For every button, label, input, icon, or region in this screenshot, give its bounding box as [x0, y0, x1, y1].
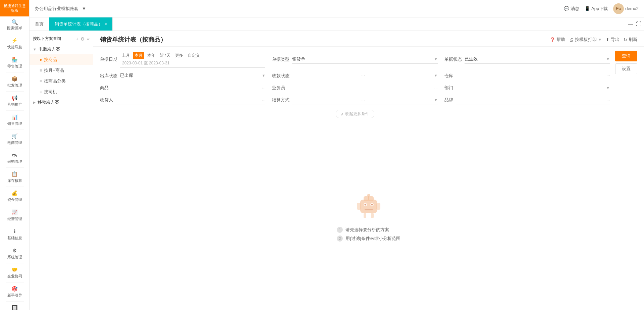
svg-rect-10 [376, 203, 380, 210]
sidebar-item-9[interactable]: 📈经营管理 [6, 206, 24, 225]
empty-icon [352, 188, 385, 221]
sidebar-item-7[interactable]: 📋库存核算 [6, 168, 24, 187]
print-btn[interactable]: 🖨 按模板打印 ▼ [569, 37, 602, 43]
recvstatus-arrow: ▼ [434, 73, 438, 78]
nav-icon: 📊 [11, 114, 18, 120]
tab-close-btn[interactable]: × [105, 22, 107, 27]
workspace-dropdown[interactable]: ▼ [82, 6, 86, 11]
header-right: 💬 消息 📱 App下载 Ea demo2 [564, 3, 639, 14]
sidebar-item-4[interactable]: 📊销售管理 [6, 111, 24, 130]
filter-dept-item: 部门 ▼ [444, 84, 610, 92]
page-title-bar: 销货单统计表（按商品） ❓ 帮助 🖨 按模板打印 ▼ ⬆ 导出 [93, 31, 644, 47]
export-icon: ⬆ [606, 37, 609, 42]
scheme-item-driver[interactable]: ≡ 按司机 [30, 87, 93, 97]
docstatus-value: 已生效 [465, 56, 478, 62]
scheme-label-goods: 按商品 [44, 57, 57, 63]
sidebar-item-6[interactable]: 🛍采购管理 [6, 149, 24, 168]
app-download-btn[interactable]: 📱 App下载 [585, 6, 608, 12]
sidebar-item-14[interactable]: 🔲应用中心 [6, 302, 24, 310]
salesperson-input[interactable]: ··· [288, 84, 437, 92]
payment-input[interactable]: ··· ▼ [292, 96, 437, 104]
filter-and-query: 单据日期 上月 本月 本年 近7天 更多 自定义 20 [93, 47, 644, 119]
tab-minimize-btn[interactable]: — [628, 21, 633, 27]
download-icon: 📱 [585, 6, 590, 11]
filter-warehouse-item: 仓库 ··· [444, 71, 610, 80]
scheme-item-month-goods[interactable]: ≡ 按月+商品 [30, 65, 93, 76]
sidebar-item-12[interactable]: 🤝企业协同 [6, 263, 24, 282]
scheme-item-category[interactable]: ≡ 按商品分类 [30, 76, 93, 87]
refresh-icon: ↻ [624, 37, 627, 42]
left-panel: 按以下方案查询 + ⚙ « ▼ 电脑端方案 ● 按商品 [30, 31, 93, 310]
right-panel: 销货单统计表（按商品） ❓ 帮助 🖨 按模板打印 ▼ ⬆ 导出 [93, 31, 644, 310]
date-tab-7days[interactable]: 近7天 [158, 52, 172, 59]
filter-docstatus-item: 单据状态 已生效 ▼ [444, 51, 610, 68]
svg-rect-6 [365, 209, 373, 210]
brand-input[interactable]: ··· [456, 96, 610, 104]
export-btn[interactable]: ⬆ 导出 [606, 37, 620, 43]
scheme-group-header-mobile[interactable]: ▶ 移动端方案 [30, 97, 93, 107]
query-btn[interactable]: 查询 [615, 51, 637, 61]
refresh-btn[interactable]: ↻ 刷新 [624, 37, 637, 43]
scheme-icon-goods: ● [40, 57, 42, 62]
sidebar-item-5[interactable]: 🛒电商管理 [6, 130, 24, 149]
tab-maximize-btn[interactable]: ⛶ [636, 21, 641, 27]
logo-text: 畅捷通好生意 标版 [4, 3, 26, 13]
panel-add-icon[interactable]: + [76, 36, 78, 42]
scheme-group-desktop: ▼ 电脑端方案 ● 按商品 ≡ 按月+商品 ≡ 按商品分类 [30, 44, 93, 97]
user-btn[interactable]: Ea demo2 [613, 3, 639, 14]
doctype-input[interactable]: 销货单 ▼ [292, 55, 437, 64]
filter-form: 单据日期 上月 本月 本年 近7天 更多 自定义 20 [100, 51, 610, 119]
settings-btn[interactable]: 设置 [615, 63, 637, 74]
sidebar-item-2[interactable]: 📦批发管理 [6, 72, 24, 92]
logo-area: 畅捷通好生意 标版 [0, 0, 29, 16]
scheme-label-driver: 按司机 [44, 89, 57, 95]
sidebar-item-10[interactable]: ℹ基础信息 [6, 225, 24, 244]
consignee-input[interactable]: ··· [116, 96, 265, 104]
nav-icon: 🏪 [11, 57, 18, 63]
nav-icon: 🛍 [12, 152, 17, 158]
date-tab-this-year[interactable]: 本年 [146, 52, 157, 59]
scheme-group-mobile: ▶ 移动端方案 [30, 97, 93, 107]
tip-text-2: 用[过滤]条件来缩小分析范围 [345, 236, 400, 242]
recvstatus-input[interactable]: ··· ▼ [292, 71, 437, 80]
panel-collapse-icon[interactable]: « [87, 36, 90, 42]
sidebar-item-8[interactable]: 💰资金管理 [6, 187, 24, 206]
tab-active[interactable]: 销货单统计表（按商品） × [49, 17, 113, 31]
collapse-btn[interactable]: ∧ 收起更多条件 [336, 110, 374, 118]
help-btn[interactable]: ❓ 帮助 [550, 37, 565, 43]
date-tab-custom[interactable]: 自定义 [186, 52, 202, 59]
sidebar-item-11[interactable]: ⚙系统管理 [6, 244, 24, 263]
date-tab-last-month[interactable]: 上月 [120, 52, 131, 59]
sidebar-item-3[interactable]: 📢营销推广 [6, 92, 24, 111]
sidebar-item-13[interactable]: 🎯新手引导 [6, 282, 24, 302]
scheme-group-header-desktop[interactable]: ▼ 电脑端方案 [30, 44, 93, 54]
dept-label: 部门 [444, 85, 456, 91]
collapse-icon: ∧ [341, 112, 344, 116]
svg-rect-9 [357, 203, 361, 210]
dept-input[interactable]: ▼ [456, 84, 610, 92]
nav-icon: 📢 [11, 95, 18, 101]
svg-rect-0 [360, 200, 377, 213]
content-wrapper: 按以下方案查询 + ⚙ « ▼ 电脑端方案 ● 按商品 [30, 31, 644, 310]
date-input[interactable]: 上月 本月 本年 近7天 更多 自定义 2023-03-01 至 2023-03… [120, 51, 265, 68]
panel-settings-icon[interactable]: ⚙ [80, 36, 85, 42]
sidebar-item-1[interactable]: 🏪零售管理 [6, 53, 24, 72]
scheme-item-goods[interactable]: ● 按商品 [30, 54, 93, 65]
warehouse-input[interactable]: ··· [456, 71, 610, 80]
date-tab-more[interactable]: 更多 [173, 52, 185, 59]
nav-label: 快捷导航 [7, 45, 22, 50]
doctype-label: 单据类型 [272, 56, 292, 62]
print-icon: 🖨 [569, 37, 574, 42]
sidebar-search-label: 搜索菜单 [7, 26, 23, 31]
sidebar-search-item[interactable]: 🔍 搜索菜单 [0, 16, 29, 34]
tab-home[interactable]: 首页 [30, 17, 49, 31]
date-tab-this-month[interactable]: 本月 [133, 52, 144, 59]
svg-rect-12 [371, 213, 374, 218]
nav-label: 资金管理 [7, 197, 22, 202]
docstatus-input[interactable]: 已生效 ▼ [465, 55, 610, 64]
message-btn[interactable]: 💬 消息 [564, 6, 579, 12]
tip-num-2: 2 [337, 236, 343, 242]
outstatus-input[interactable]: 已出库 ▼ [120, 71, 265, 80]
goods-input[interactable]: ··· [111, 84, 265, 92]
sidebar-item-0[interactable]: ⚡快捷导航 [6, 34, 24, 53]
